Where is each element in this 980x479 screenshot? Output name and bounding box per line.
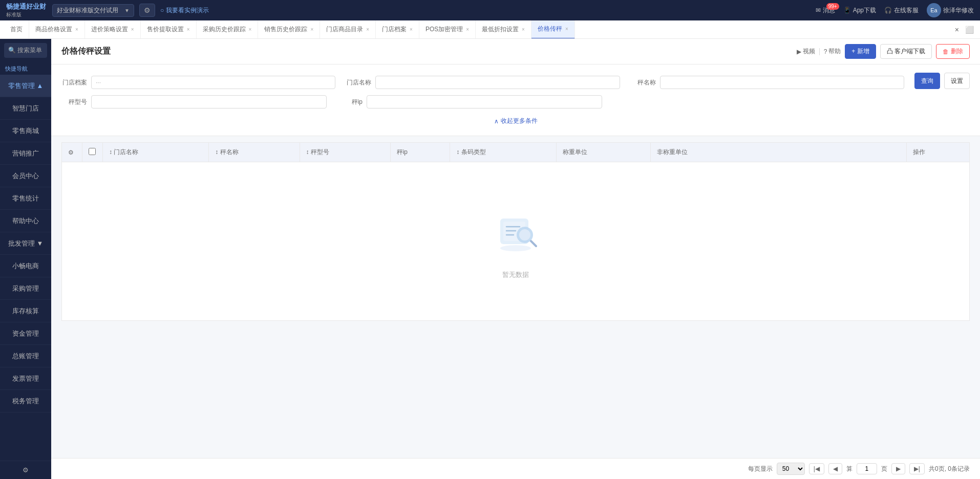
sidebar-item-label: 会员中心 [12,171,39,181]
close-icon[interactable]: × [565,26,568,32]
tab-store-catalog[interactable]: 门店商品目录 × [320,20,376,39]
sidebar-item-tax-management[interactable]: 税务管理 [0,390,51,412]
store-archive-label: 门店档案 [61,78,87,87]
tab-purchase-strategy[interactable]: 进价策略设置 × [85,20,141,39]
tab-sale-price[interactable]: 售价提取设置 × [141,20,197,39]
main-layout: 🔍 搜索菜单 快捷导航 零售管理 ▲ 智慧门店 零售商城 营销推广 会员中心 零… [0,39,980,479]
prev-page-button[interactable]: ◀ [828,463,842,474]
messages-btn[interactable]: ✉ 消息 99+ [816,6,835,15]
close-icon[interactable]: × [187,27,190,32]
close-tab-button[interactable]: × [953,24,961,36]
collapse-row: ∧ 收起更多条件 [61,115,970,127]
sidebar-item-retail-mall[interactable]: 零售商城 [0,120,51,142]
table-area: ⚙ ↕ 门店名称 ↕ 秤名称 ↕ 秤型号 [51,136,980,458]
app-name: 畅捷通好业财 [6,2,47,11]
sidebar-item-ledger-management[interactable]: 总账管理 [0,345,51,367]
video-label: 视频 [803,47,815,56]
sidebar-item-retail-stats[interactable]: 零售统计 [0,187,51,210]
next-page-button[interactable]: ▶ [891,463,905,474]
tab-store-archive[interactable]: 门店档案 × [376,20,419,39]
tab-min-discount-label: 最低折扣设置 [482,25,519,34]
tab-price-transfer[interactable]: 价格传秤 × [531,20,575,39]
user-name: 徐泽华修改 [943,6,974,15]
sidebar-item-wholesale-management[interactable]: 批发管理 ▼ [0,232,51,255]
trash-icon: 🗑 [943,48,949,55]
scale-model-input[interactable] [91,95,327,108]
tab-home[interactable]: 首页 [4,20,29,39]
scale-name-input[interactable] [660,76,904,89]
sidebar-item-help-center[interactable]: 帮助中心 [0,210,51,232]
page-title: 价格传秤设置 [61,46,111,57]
tab-purchase-history[interactable]: 采购历史价跟踪 × [197,20,259,39]
set-button[interactable]: 设置 [944,73,970,89]
user-menu-btn[interactable]: Ea 徐泽华修改 [927,3,974,17]
video-link[interactable]: ▶ 视频 [797,47,815,56]
sidebar-item-label: 帮助中心 [12,216,39,226]
th-non-weight-unit: 非称重单位 [650,143,906,162]
close-icon[interactable]: × [522,27,525,32]
sidebar-settings-btn[interactable]: ⚙ [0,461,51,479]
sidebar-item-retail-management[interactable]: 零售管理 ▲ [0,75,51,97]
sidebar-item-member-center[interactable]: 会员中心 [0,165,51,187]
store-archive-selector[interactable]: ··· [91,76,335,89]
th-operation: 操作 [906,143,969,162]
filter-store-name: 门店名称 [346,76,620,89]
empty-text: 暂无数据 [502,270,529,279]
online-service-btn[interactable]: 🎧 在线客服 [884,6,919,15]
th-checkbox[interactable] [82,143,103,162]
version-selector[interactable]: 好业财标准版交付试用 ▼ [52,4,134,17]
close-icon[interactable]: × [410,27,413,32]
sidebar-item-marketing[interactable]: 营销推广 [0,142,51,165]
tab-pos-management[interactable]: POS加密管理 × [419,20,476,39]
data-table: ⚙ ↕ 门店名称 ↕ 秤名称 ↕ 秤型号 [61,142,970,321]
query-button[interactable]: 查询 [914,73,940,89]
collapse-button[interactable]: ∧ 收起更多条件 [494,115,538,127]
sidebar-item-xiao-chang-ecommerce[interactable]: 小畅电商 [0,255,51,277]
sidebar-item-inventory-accounting[interactable]: 库存核算 [0,300,51,322]
filter-row-1: 门店档案 ··· 门店名称 秤名称 查询 设置 [61,73,970,89]
scale-ip-input[interactable] [367,95,602,108]
last-page-button[interactable]: ▶| [909,463,925,474]
sidebar-item-invoice-management[interactable]: 发票管理 [0,367,51,390]
sidebar-item-fund-management[interactable]: 资金管理 [0,322,51,345]
tab-pos-management-label: POS加密管理 [425,25,463,34]
th-operation-label: 操作 [913,148,925,156]
help-link[interactable]: ? 帮助 [824,47,841,56]
close-icon[interactable]: × [310,27,313,32]
sidebar-item-label: 营销推广 [12,149,39,158]
download-client-button[interactable]: 凸 客户端下载 [880,44,932,59]
app-subtitle: 标准版 [6,11,47,18]
arrow-up-icon: ▲ [37,82,44,90]
page-size-select[interactable]: 50 10 20 100 [777,463,805,475]
close-icon[interactable]: × [75,27,78,32]
sidebar-item-label: 批发管理 [8,239,35,248]
delete-button[interactable]: 🗑 删除 [936,44,970,59]
first-page-button[interactable]: |◀ [809,463,824,474]
close-icon[interactable]: × [131,27,134,32]
chevron-up-icon: ∧ [494,118,499,125]
sidebar-item-purchase-management[interactable]: 采购管理 [0,277,51,300]
version-settings-button[interactable]: ⚙ [139,4,155,17]
store-name-input[interactable] [375,76,620,89]
total-text: 共0页, 0条记录 [929,465,970,473]
message-icon: ✉ [816,7,821,14]
page-number-input[interactable] [857,463,877,474]
add-button[interactable]: + 新增 [845,44,876,59]
tab-sales-history[interactable]: 销售历史价跟踪 × [258,20,320,39]
sidebar-item-label: 总账管理 [12,352,39,361]
close-icon[interactable]: × [249,27,252,32]
app-download-btn[interactable]: 📱 App下载 [843,6,876,15]
sidebar-item-smart-store[interactable]: 智慧门店 [0,97,51,120]
filter-scale-name: 秤名称 [630,76,904,89]
close-icon[interactable]: × [466,27,469,32]
demo-link[interactable]: ○ 我要看实例演示 [160,6,209,15]
tab-min-discount[interactable]: 最低折扣设置 × [476,20,531,39]
question-icon: ? [824,48,827,55]
th-settings[interactable]: ⚙ [62,143,82,162]
search-menu-button[interactable]: 🔍 搜索菜单 [4,43,47,58]
expand-tab-button[interactable]: ⬜ [963,24,976,36]
close-icon[interactable]: × [366,27,369,32]
tab-price-setting[interactable]: 商品价格设置 × [29,20,85,39]
sidebar-quick-nav[interactable]: 快捷导航 [0,62,51,75]
select-all-checkbox[interactable] [89,148,96,155]
